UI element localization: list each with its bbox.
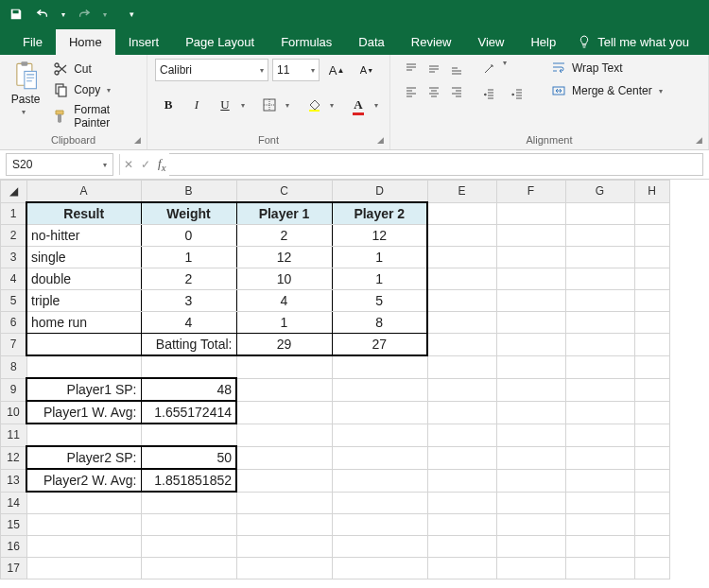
name-box[interactable]: S20 ▾: [6, 153, 113, 176]
row-header[interactable]: 16: [1, 536, 27, 558]
cell[interactable]: triple: [27, 290, 141, 311]
bold-button[interactable]: B: [155, 95, 182, 115]
row-header[interactable]: 9: [1, 378, 27, 401]
cell[interactable]: 1: [333, 268, 427, 289]
row-header[interactable]: 2: [1, 225, 27, 247]
tell-me-search[interactable]: Tell me what you: [577, 28, 689, 55]
format-painter-button[interactable]: Format Painter: [49, 102, 139, 130]
clipboard-launcher-icon[interactable]: ◢: [130, 132, 145, 147]
col-header-F[interactable]: F: [496, 181, 565, 203]
decrease-indent-icon[interactable]: [476, 83, 502, 104]
fill-color-button[interactable]: [301, 95, 327, 115]
cell[interactable]: 0: [142, 225, 236, 246]
cell[interactable]: 1.655172414: [142, 402, 236, 423]
row-header[interactable]: 13: [1, 469, 27, 492]
borders-split-icon[interactable]: ▾: [285, 101, 295, 110]
cell[interactable]: 50: [142, 447, 236, 468]
cell[interactable]: Batting Total:: [142, 334, 236, 355]
row-header[interactable]: 7: [1, 334, 27, 356]
underline-split-icon[interactable]: ▾: [241, 101, 251, 110]
increase-indent-icon[interactable]: [504, 83, 530, 104]
tab-page-layout[interactable]: Page Layout: [172, 29, 268, 55]
tab-formulas[interactable]: Formulas: [268, 29, 345, 55]
tab-review[interactable]: Review: [398, 29, 465, 55]
font-color-split-icon[interactable]: ▾: [374, 101, 384, 110]
alignment-launcher-icon[interactable]: ◢: [691, 132, 706, 147]
cell[interactable]: 1: [237, 312, 332, 333]
cell[interactable]: 4: [142, 312, 236, 333]
cell[interactable]: 5: [333, 290, 427, 311]
redo-icon[interactable]: [74, 4, 95, 25]
worksheet-grid[interactable]: ◢ A B C D E F G H 1 Result Weight Player…: [0, 180, 709, 579]
cell[interactable]: 29: [237, 334, 332, 355]
enter-formula-icon[interactable]: ✓: [137, 154, 154, 175]
undo-split-icon[interactable]: ▾: [59, 4, 68, 25]
row-header[interactable]: 17: [1, 558, 27, 579]
cell[interactable]: Player1 W. Avg:: [27, 402, 141, 423]
cell[interactable]: Player2 SP:: [27, 447, 141, 468]
tab-data[interactable]: Data: [345, 29, 397, 55]
cell[interactable]: 2: [142, 268, 236, 289]
cell[interactable]: 8: [333, 312, 427, 333]
cut-button[interactable]: Cut: [49, 61, 139, 78]
align-right-icon[interactable]: [443, 81, 470, 102]
cell[interactable]: 1: [142, 247, 236, 268]
orientation-split-icon[interactable]: ▾: [503, 59, 512, 79]
row-header[interactable]: 8: [1, 355, 27, 378]
font-launcher-icon[interactable]: ◢: [372, 132, 388, 147]
tab-home[interactable]: Home: [56, 29, 115, 55]
col-header-E[interactable]: E: [427, 181, 496, 203]
select-all-corner[interactable]: ◢: [1, 181, 27, 203]
cell[interactable]: Result: [27, 203, 141, 224]
underline-button[interactable]: U: [212, 95, 238, 115]
tab-view[interactable]: View: [464, 29, 517, 55]
row-header[interactable]: 15: [1, 514, 27, 536]
cell[interactable]: Player 2: [333, 203, 427, 224]
cell[interactable]: Player1 SP:: [27, 379, 141, 400]
row-header[interactable]: 1: [1, 202, 27, 225]
cell[interactable]: [497, 203, 565, 224]
cell[interactable]: 10: [237, 268, 332, 289]
row-header[interactable]: 5: [1, 290, 27, 312]
row-header[interactable]: 6: [1, 312, 27, 334]
row-header[interactable]: 4: [1, 268, 27, 290]
cell[interactable]: 4: [237, 290, 332, 311]
cell[interactable]: Player2 W. Avg:: [27, 470, 141, 491]
tab-insert[interactable]: Insert: [115, 29, 173, 55]
col-header-C[interactable]: C: [236, 181, 332, 203]
cell[interactable]: 1: [333, 247, 427, 268]
increase-font-icon[interactable]: A▲: [323, 60, 350, 80]
col-header-A[interactable]: A: [26, 181, 141, 203]
font-name-combo[interactable]: Calibri ▾: [155, 59, 268, 81]
cell[interactable]: no-hitter: [27, 225, 141, 246]
cell[interactable]: 27: [333, 334, 427, 355]
paste-split-icon[interactable]: ▾: [22, 108, 31, 116]
paste-button[interactable]: Paste ▾: [8, 59, 43, 116]
qat-customize-icon[interactable]: ▾: [121, 4, 142, 25]
cell[interactable]: single: [27, 247, 141, 268]
formula-input[interactable]: [169, 153, 703, 176]
col-header-G[interactable]: G: [565, 181, 634, 203]
cell[interactable]: 1.851851852: [142, 470, 236, 491]
cell[interactable]: 3: [142, 290, 236, 311]
merge-split-icon[interactable]: ▾: [659, 87, 668, 95]
undo-icon[interactable]: [32, 4, 53, 25]
row-header[interactable]: 11: [1, 424, 27, 446]
font-color-button[interactable]: A: [345, 95, 372, 115]
col-header-H[interactable]: H: [634, 181, 669, 203]
font-size-combo[interactable]: 11 ▾: [272, 59, 320, 81]
orientation-button[interactable]: [476, 59, 502, 79]
wrap-text-button[interactable]: Wrap Text: [545, 59, 674, 78]
decrease-font-icon[interactable]: A▼: [354, 60, 380, 80]
cell[interactable]: [566, 203, 634, 224]
cell[interactable]: 2: [237, 225, 332, 246]
cell[interactable]: home run: [27, 312, 141, 333]
cell[interactable]: Player 1: [237, 203, 332, 224]
tab-file[interactable]: File: [9, 29, 56, 55]
borders-button[interactable]: [256, 95, 283, 115]
fill-split-icon[interactable]: ▾: [330, 101, 339, 110]
cell[interactable]: 48: [142, 379, 236, 400]
row-header[interactable]: 10: [1, 401, 27, 424]
col-header-B[interactable]: B: [141, 181, 236, 203]
row-header[interactable]: 12: [1, 446, 27, 469]
